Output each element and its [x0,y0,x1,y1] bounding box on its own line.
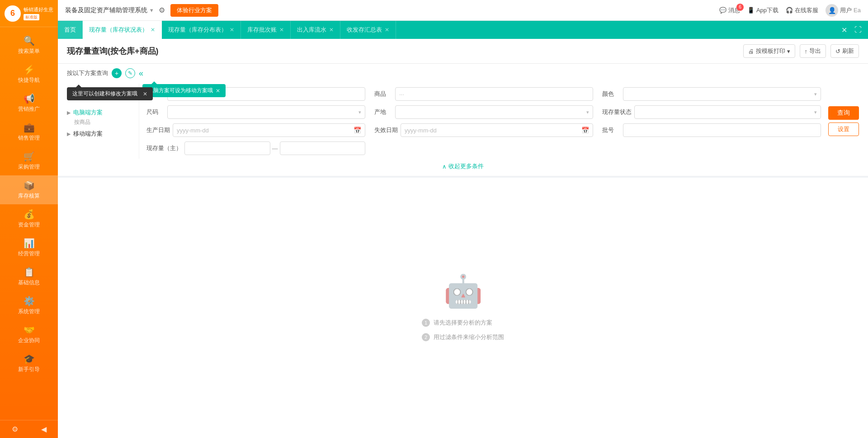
app-download-button[interactable]: 📱 App下载 [747,6,778,14]
filter-back-button[interactable]: « [139,69,143,78]
tab-stock-status[interactable]: 现存量（库存状况表） ✕ [83,21,162,39]
experience-button[interactable]: 体验行业方案 [170,4,218,17]
tab-stock-dist-label: 现存量（库存分布表） [168,26,227,34]
scheme-name-pc[interactable]: 电脑端方案 [73,108,103,117]
scheme-subitem: 按商品 [67,118,139,126]
sidebar-item-basic[interactable]: 📋 基础信息 [0,262,58,291]
sidebar-item-quick[interactable]: ⚡ 快捷导航 [0,60,58,89]
stock-status-select[interactable]: ▾ [634,105,821,119]
reset-button[interactable]: 设置 [828,122,859,136]
exp-calendar-icon[interactable]: 📅 [581,127,589,134]
tab-delivery-summary[interactable]: 收发存汇总表 ✕ [340,21,396,39]
edit-tooltip-close[interactable]: ✕ [143,91,147,97]
tab-inout-flow-close[interactable]: ✕ [329,27,334,33]
tabbar-close-all[interactable]: ✕ [840,25,849,35]
query-button[interactable]: 查询 [828,106,859,120]
tabbar-fullscreen[interactable]: ⛶ [853,25,863,35]
tab-delivery-summary-label: 收发存汇总表 [347,26,382,34]
mfg-date-input[interactable]: yyyy-mm-dd 📅 [173,123,365,137]
sidebar-settings-btn[interactable]: ⚙ [12,425,18,433]
sidebar-item-label: 营销推广 [18,105,40,113]
filter-edit-button[interactable]: ✎ [125,68,135,78]
system-name: 装备及固定资产辅助管理系统 [65,6,147,14]
filter-add-button[interactable]: + [112,68,122,78]
sidebar-item-stock[interactable]: 📦 库存核算 [0,175,58,204]
sidebar-item-finance[interactable]: 💰 资金管理 [0,204,58,233]
tab-stock-status-close[interactable]: ✕ [151,27,155,33]
tab-stock-dist[interactable]: 现存量（库存分布表） ✕ [162,21,241,39]
batch-input[interactable] [623,123,821,137]
sidebar-item-label: 企业协同 [18,337,40,344]
exp-date-field: 失效日期 yyyy-mm-dd 📅 [374,123,593,137]
scheme-item-mobile[interactable]: ▶ 移动端方案 [67,128,139,140]
tab-stock-batch[interactable]: 库存批次账 ✕ [241,21,291,39]
logo-text: 畅销通好生意 标准版 [24,6,53,21]
tabbar: 首页 现存量（库存状况表） ✕ 现存量（库存分布表） ✕ 库存批次账 ✕ 出入库… [58,21,868,39]
sidebar-item-system[interactable]: ⚙️ 系统管理 [0,291,58,320]
goods-select[interactable]: ··· [395,87,593,101]
tab-delivery-summary-close[interactable]: ✕ [385,27,389,33]
mfg-calendar-icon[interactable]: 📅 [354,127,361,134]
tab-inout-flow[interactable]: 出入库流水 ✕ [291,21,340,39]
scheme-panel: 这里可以创建和修改方案哦 ✕ ▶ 电脑端方案 按商品 ▶ 移动端方案 [67,84,139,159]
batch-field: 批号 [602,123,821,137]
user-menu-button[interactable]: 👤 用户 Ea [826,4,861,17]
refresh-button[interactable]: ↺ 刷新 [830,44,859,58]
query-fields: 仓库 ··· 商品 ··· [139,84,821,159]
sidebar-item-marketing[interactable]: 📢 营销推广 [0,89,58,118]
chevron-up-icon: ∧ [442,163,447,170]
stock-max-input[interactable] [280,141,366,155]
sidebar-item-sales[interactable]: 💼 销售管理 [0,118,58,146]
empty-robot-icon: 🤖 [443,273,483,310]
mfg-date-field: 生产日期 yyyy-mm-dd 📅 [146,123,365,137]
edit-tooltip-text: 这里可以创建和修改方案哦 [72,90,137,98]
sidebar-item-operation[interactable]: 📊 经营管理 [0,233,58,262]
tab-home-label: 首页 [64,26,76,34]
stock-main-field: 现存量（主） — [146,141,365,155]
mfg-date-label: 生产日期 [146,126,170,134]
exp-date-input[interactable]: yyyy-mm-dd 📅 [401,123,593,137]
tabbar-actions: ✕ ⛶ [840,25,868,35]
tab-home[interactable]: 首页 [58,21,83,39]
scheme-name-mobile[interactable]: 移动端方案 [73,130,103,138]
sidebar-item-purchase[interactable]: 🛒 采购管理 [0,146,58,175]
sidebar-item-enterprise[interactable]: 🤝 企业协同 [0,320,58,349]
origin-field: 产地 ▾ [374,105,593,119]
sidebar-item-label: 搜索菜单 [18,47,40,55]
stock-status-label: 现存量状态 [602,108,632,116]
tab-stock-dist-close[interactable]: ✕ [230,27,234,33]
messages-badge: 6 [736,4,744,11]
empty-text: 1 请先选择要分析的方案 2 用过滤条件来缩小分析范围 [422,317,504,343]
collapse-more-button[interactable]: ∧ 收起更多条件 [67,159,859,176]
online-support-button[interactable]: 🎧 在线客服 [786,6,818,14]
export-button[interactable]: ↑ 导出 [800,44,826,58]
sales-icon: 💼 [24,122,35,133]
exp-date-label: 失效日期 [374,126,398,134]
sidebar-item-search[interactable]: 🔍 搜索菜单 [0,31,58,60]
online-support-label: 在线客服 [795,6,818,14]
sidebar-collapse-btn[interactable]: ◀ [41,425,47,433]
size-select[interactable]: ▾ [167,105,365,119]
scheme-item-pc[interactable]: ▶ 电脑端方案 [67,107,139,118]
origin-select[interactable]: ▾ [395,105,593,119]
app-logo: 6 畅销通好生意 标准版 [0,0,58,27]
goods-more-icon: ··· [399,91,404,98]
scheme-tooltip-close[interactable]: ✕ [216,88,220,94]
stock-min-input[interactable] [184,141,270,155]
stock-main-range: — [184,141,365,155]
marketing-icon: 📢 [24,93,35,104]
search-icon: 🔍 [24,35,35,46]
tab-stock-batch-label: 库存批次账 [247,26,277,34]
filter-header: 按以下方案查询 + ✎ « 电脑方案可设为移动方案哦 ✕ [67,64,859,78]
messages-button[interactable]: 💬 消息 6 [719,6,740,14]
edit-tooltip: 这里可以创建和修改方案哦 ✕ [67,87,153,100]
sidebar-item-guide[interactable]: 🎓 新手引导 [0,349,58,378]
topbar: 装备及固定资产辅助管理系统 ▾ ⚙ 体验行业方案 💬 消息 6 📱 App下载 … [58,0,868,21]
tab-stock-status-label: 现存量（库存状况表） [89,26,148,34]
gear-icon[interactable]: ⚙ [159,6,165,14]
color-select[interactable]: ▾ [623,87,821,101]
template-print-button[interactable]: 🖨 按模板打印 ▾ [743,44,795,58]
size-arrow-icon: ▾ [359,109,361,115]
export-icon: ↑ [805,48,808,55]
tab-stock-batch-close[interactable]: ✕ [279,27,284,33]
